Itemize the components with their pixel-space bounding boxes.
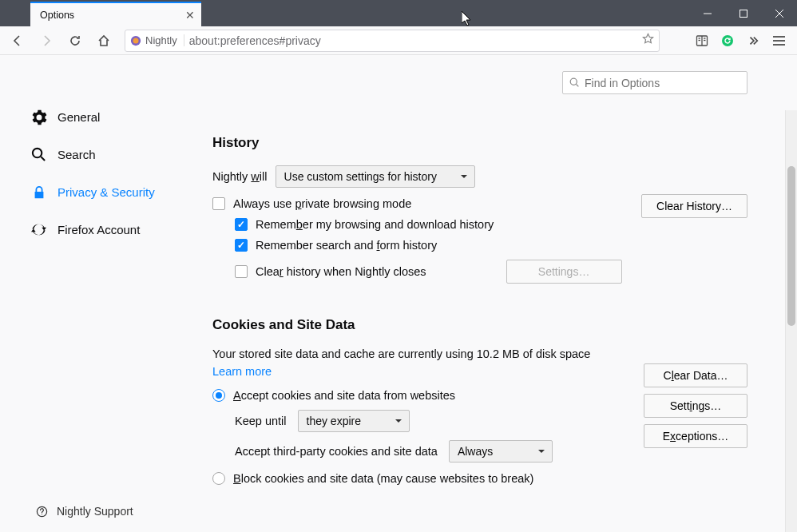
content: General Search Privacy & Security Firefo… (0, 55, 797, 532)
window-controls (689, 0, 797, 26)
clear-on-close-checkbox[interactable] (235, 265, 248, 278)
sidebar: General Search Privacy & Security Firefo… (0, 55, 190, 532)
reader-icon[interactable] (695, 34, 709, 48)
refresh-green-icon[interactable] (720, 34, 735, 48)
svg-point-16 (42, 514, 42, 514)
identity-label: Nightly (145, 34, 177, 46)
tab-options[interactable]: Options ✕ (30, 2, 201, 26)
svg-line-18 (577, 85, 579, 87)
svg-line-14 (41, 157, 45, 161)
forward-button[interactable] (35, 30, 57, 52)
history-mode-row: Nightly will Use custom settings for his… (212, 165, 747, 188)
sidebar-item-label: General (57, 110, 100, 124)
home-button[interactable] (93, 30, 115, 52)
scrollthumb[interactable] (787, 166, 795, 326)
remember-search-row: Remember search and form history (212, 239, 747, 252)
sync-icon (30, 221, 47, 238)
main: History Nightly will Use custom settings… (190, 55, 797, 532)
bookmark-star-icon[interactable] (642, 33, 654, 48)
firefox-icon (130, 35, 141, 46)
remember-search-checkbox[interactable] (235, 239, 248, 252)
lock-icon (30, 184, 47, 200)
close-icon[interactable]: ✕ (185, 9, 195, 22)
toolbar-right (695, 34, 791, 48)
sidebar-support[interactable]: Nightly Support (36, 505, 133, 518)
third-party-select[interactable]: Always (449, 440, 553, 463)
back-button[interactable] (6, 30, 29, 52)
sidebar-item-account[interactable]: Firefox Account (30, 211, 190, 248)
reload-button[interactable] (64, 30, 86, 52)
sidebar-item-privacy[interactable]: Privacy & Security (30, 173, 190, 211)
url-text: about:preferences#privacy (189, 34, 637, 47)
help-icon (36, 506, 48, 518)
svg-point-12 (722, 35, 733, 46)
clear-close-settings-button: Settings… (506, 260, 622, 284)
sidebar-item-label: Privacy & Security (57, 185, 155, 199)
exceptions-button[interactable]: Exceptions… (644, 424, 747, 448)
support-label: Nightly Support (57, 505, 133, 518)
close-window-button[interactable] (761, 0, 797, 26)
identity-box[interactable]: Nightly (130, 34, 184, 46)
sidebar-item-label: Search (57, 148, 96, 161)
keep-until-select[interactable]: they expire (298, 410, 410, 432)
clear-on-close-row: Clear history when Nightly closes Settin… (212, 260, 747, 284)
url-bar[interactable]: Nightly about:preferences#privacy (125, 30, 660, 52)
find-input[interactable] (585, 77, 740, 89)
svg-rect-1 (740, 10, 747, 17)
cookies-heading: Cookies and Site Data (212, 317, 747, 333)
titlebar: Options ✕ (0, 0, 797, 26)
history-heading: History (212, 135, 747, 151)
clear-data-button[interactable]: Clear Data… (644, 363, 747, 387)
block-cookies-row: Block cookies and site data (may cause w… (212, 472, 747, 485)
always-private-checkbox[interactable] (212, 197, 225, 210)
sidebar-item-general[interactable]: General (30, 98, 190, 136)
gear-icon (30, 109, 47, 125)
maximize-button[interactable] (725, 0, 761, 26)
tab-title: Options (40, 10, 74, 21)
search-icon (30, 146, 47, 163)
block-cookies-radio[interactable] (212, 472, 225, 485)
cookies-desc: Your stored site data and cache are curr… (212, 347, 747, 360)
clear-history-button[interactable]: Clear History… (641, 194, 747, 218)
overflow-icon[interactable] (746, 34, 760, 48)
history-mode-select[interactable]: Use custom settings for history (276, 165, 475, 188)
svg-point-13 (33, 149, 42, 157)
search-icon (569, 77, 580, 88)
menu-button[interactable] (771, 34, 786, 48)
scrollbar[interactable] (785, 110, 797, 532)
cookies-settings-button[interactable]: Settings… (644, 394, 747, 418)
remember-browsing-row: Remember my browsing and download histor… (212, 218, 747, 231)
svg-point-5 (133, 38, 139, 43)
minimize-button[interactable] (689, 0, 725, 26)
toolbar: Nightly about:preferences#privacy (0, 26, 797, 55)
find-in-options[interactable] (562, 71, 747, 94)
remember-browsing-checkbox[interactable] (235, 218, 248, 231)
svg-point-17 (570, 78, 577, 85)
accept-cookies-radio[interactable] (212, 389, 225, 402)
sidebar-item-label: Firefox Account (57, 223, 140, 236)
sidebar-item-search[interactable]: Search (30, 136, 190, 173)
